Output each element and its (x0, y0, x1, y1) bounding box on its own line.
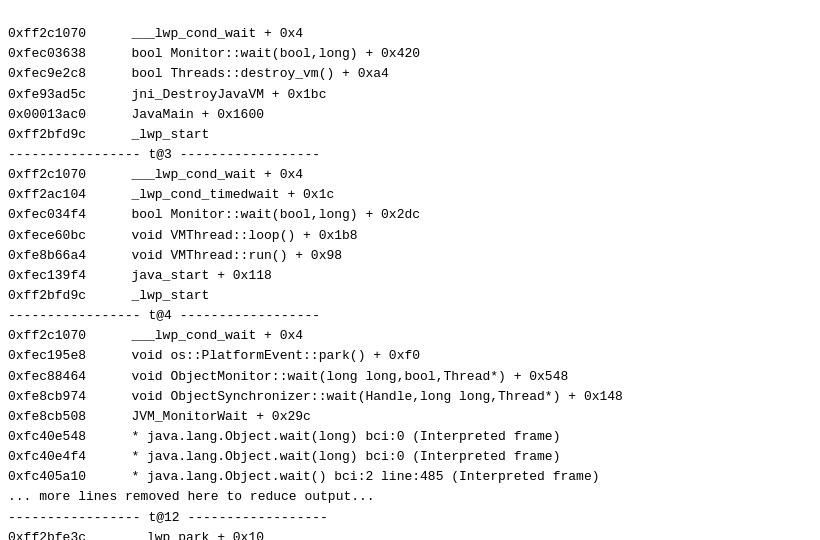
address: 0xfec03638 (8, 44, 108, 64)
code-line: 0xff2bfe3c __lwp_park + 0x10 (8, 528, 812, 540)
address: 0xfc40e4f4 (8, 447, 108, 467)
instruction-text: _lwp_start (108, 288, 209, 303)
code-line: 0xfe8cb974 void ObjectSynchronizer::wait… (8, 387, 812, 407)
address: 0xfec88464 (8, 367, 108, 387)
instruction-text: ___lwp_cond_wait + 0x4 (108, 26, 303, 41)
instruction-text: java_start + 0x118 (108, 268, 272, 283)
code-line: 0xfec195e8 void os::PlatformEvent::park(… (8, 346, 812, 366)
instruction-text: jni_DestroyJavaVM + 0x1bc (108, 87, 326, 102)
separator-text: ... more lines removed here to reduce ou… (8, 489, 375, 504)
code-line: 0xff2c1070 ___lwp_cond_wait + 0x4 (8, 165, 812, 185)
code-line: ... more lines removed here to reduce ou… (8, 487, 812, 507)
code-line: 0xff2bfd9c _lwp_start (8, 286, 812, 306)
address: 0xfe93ad5c (8, 85, 108, 105)
instruction-text: bool Monitor::wait(bool,long) + 0x2dc (108, 207, 420, 222)
code-output: 0xff2c1070 ___lwp_cond_wait + 0x40xfec03… (0, 0, 820, 540)
address: 0xff2bfd9c (8, 125, 108, 145)
code-line: ----------------- t@4 ------------------ (8, 306, 812, 326)
instruction-text: * java.lang.Object.wait() bci:2 line:485… (108, 469, 599, 484)
address: 0xff2c1070 (8, 165, 108, 185)
code-line: 0xfc40e548 * java.lang.Object.wait(long)… (8, 427, 812, 447)
address: 0xfece60bc (8, 226, 108, 246)
code-line: 0x00013ac0 JavaMain + 0x1600 (8, 105, 812, 125)
instruction-text: void os::PlatformEvent::park() + 0xf0 (108, 348, 420, 363)
address: 0xff2bfd9c (8, 286, 108, 306)
code-line: 0xff2bfd9c _lwp_start (8, 125, 812, 145)
address: 0xff2bfe3c (8, 528, 108, 540)
code-line: 0xfe8cb508 JVM_MonitorWait + 0x29c (8, 407, 812, 427)
instruction-text: JavaMain + 0x1600 (108, 107, 264, 122)
code-line: 0xfe93ad5c jni_DestroyJavaVM + 0x1bc (8, 85, 812, 105)
address: 0xfe8cb974 (8, 387, 108, 407)
code-line: 0xfec9e2c8 bool Threads::destroy_vm() + … (8, 64, 812, 84)
address: 0xfec034f4 (8, 205, 108, 225)
address: 0x00013ac0 (8, 105, 108, 125)
instruction-text: void VMThread::run() + 0x98 (108, 248, 342, 263)
instruction-text: ___lwp_cond_wait + 0x4 (108, 328, 303, 343)
instruction-text: _lwp_cond_timedwait + 0x1c (108, 187, 334, 202)
instruction-text: __lwp_park + 0x10 (108, 530, 264, 540)
code-line: ----------------- t@12 -----------------… (8, 508, 812, 528)
address: 0xff2c1070 (8, 24, 108, 44)
address: 0xfec195e8 (8, 346, 108, 366)
instruction-text: void VMThread::loop() + 0x1b8 (108, 228, 358, 243)
instruction-text: bool Threads::destroy_vm() + 0xa4 (108, 66, 389, 81)
address: 0xff2c1070 (8, 326, 108, 346)
code-line: 0xff2c1070 ___lwp_cond_wait + 0x4 (8, 326, 812, 346)
instruction-text: void ObjectSynchronizer::wait(Handle,lon… (108, 389, 623, 404)
code-line: 0xfec034f4 bool Monitor::wait(bool,long)… (8, 205, 812, 225)
code-line: ----------------- t@3 ------------------ (8, 145, 812, 165)
address: 0xfe8b66a4 (8, 246, 108, 266)
code-line: 0xfec03638 bool Monitor::wait(bool,long)… (8, 44, 812, 64)
address: 0xfc40e548 (8, 427, 108, 447)
address: 0xfec9e2c8 (8, 64, 108, 84)
code-line: 0xfec139f4 java_start + 0x118 (8, 266, 812, 286)
instruction-text: bool Monitor::wait(bool,long) + 0x420 (108, 46, 420, 61)
address: 0xfc405a10 (8, 467, 108, 487)
separator-text: ----------------- t@4 ------------------ (8, 308, 320, 323)
instruction-text: * java.lang.Object.wait(long) bci:0 (Int… (108, 449, 560, 464)
instruction-text: void ObjectMonitor::wait(long long,bool,… (108, 369, 568, 384)
code-line: 0xff2ac104 _lwp_cond_timedwait + 0x1c (8, 185, 812, 205)
separator-text: ----------------- t@3 ------------------ (8, 147, 320, 162)
code-line: 0xfc405a10 * java.lang.Object.wait() bci… (8, 467, 812, 487)
code-line: 0xfece60bc void VMThread::loop() + 0x1b8 (8, 226, 812, 246)
code-line: 0xfe8b66a4 void VMThread::run() + 0x98 (8, 246, 812, 266)
instruction-text: ___lwp_cond_wait + 0x4 (108, 167, 303, 182)
instruction-text: _lwp_start (108, 127, 209, 142)
code-line: 0xff2c1070 ___lwp_cond_wait + 0x4 (8, 24, 812, 44)
separator-text: ----------------- t@12 -----------------… (8, 510, 328, 525)
instruction-text: * java.lang.Object.wait(long) bci:0 (Int… (108, 429, 560, 444)
address: 0xfe8cb508 (8, 407, 108, 427)
address: 0xfec139f4 (8, 266, 108, 286)
address: 0xff2ac104 (8, 185, 108, 205)
code-line: 0xfec88464 void ObjectMonitor::wait(long… (8, 367, 812, 387)
instruction-text: JVM_MonitorWait + 0x29c (108, 409, 311, 424)
code-line: 0xfc40e4f4 * java.lang.Object.wait(long)… (8, 447, 812, 467)
